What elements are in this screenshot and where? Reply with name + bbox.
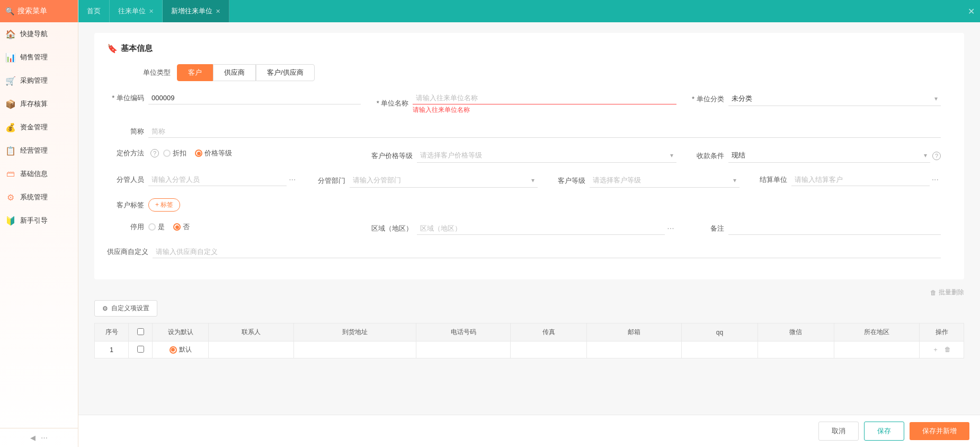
row-contact[interactable]	[209, 341, 294, 358]
col-wechat: 微信	[758, 323, 834, 341]
customer-price-level-select[interactable]: 请选择客户价格等级 ▾	[417, 148, 676, 163]
customer-level-select[interactable]: 请选择客户等级 ▾	[590, 173, 739, 188]
unit-category-select[interactable]: 未分类 ▾	[728, 92, 941, 106]
disabled-yes-option[interactable]: 是	[148, 222, 165, 232]
type-btn-customer[interactable]: 客户	[177, 64, 213, 81]
row-checkbox[interactable]	[129, 341, 153, 358]
sidebar-item-purchase[interactable]: 🛒 采购管理	[0, 69, 78, 92]
sidebar-item-quick-nav[interactable]: 🏠 快捷导航	[0, 22, 78, 46]
region-row-input[interactable]	[856, 346, 898, 354]
sidebar-more-icon[interactable]: ⋯	[41, 434, 48, 442]
short-name-field: 简称	[107, 125, 941, 138]
batch-delete-btn[interactable]: 🗑 批量删除	[94, 288, 964, 297]
payment-terms-value: 现结	[732, 151, 745, 160]
row-phone[interactable]	[416, 341, 511, 358]
save-new-button[interactable]: 保存并新增	[910, 422, 969, 440]
payment-terms-select[interactable]: 现结 ▾	[728, 148, 930, 163]
fax-input[interactable]	[530, 346, 567, 354]
cancel-button[interactable]: 取消	[818, 422, 859, 441]
unit-category-field: * 单位分类 未分类 ▾	[687, 92, 941, 106]
save-button[interactable]: 保存	[864, 422, 904, 441]
row-email[interactable]	[587, 341, 682, 358]
pricing-help-icon[interactable]: ?	[150, 149, 159, 157]
add-tag-button[interactable]: + 标签	[148, 198, 180, 212]
sidebar-item-guide[interactable]: 🔰 新手引导	[0, 209, 78, 232]
chevron-down-icon: ▾	[934, 95, 938, 102]
email-input[interactable]	[610, 346, 658, 354]
qq-input[interactable]	[701, 346, 738, 354]
sidebar-item-sales[interactable]: 📊 销售管理	[0, 46, 78, 69]
sidebar-item-label: 销售管理	[20, 52, 48, 62]
unit-name-field: * 单位名称 请输入往来单位名称	[371, 92, 676, 115]
payment-help-icon[interactable]: ?	[932, 152, 941, 160]
row-default-radio-label[interactable]: 默认	[156, 345, 205, 354]
disabled-no-option[interactable]: 否	[173, 222, 190, 232]
sidebar-item-finance[interactable]: 💰 资金管理	[0, 116, 78, 139]
form-row-4: 分管人员 ··· 分管部门 请输入分管部门 ▾ 客户等级 请选择客户等级 ▾	[107, 173, 951, 190]
row-fax[interactable]	[511, 341, 587, 358]
close-all-tabs[interactable]: ✕	[968, 6, 975, 16]
row-delete-icon[interactable]: 🗑	[945, 346, 951, 353]
basic-info-card: 🔖 基本信息 单位类型 客户 供应商 客户/供应商 * 单位编码 * 单位名称	[94, 33, 964, 279]
select-all-checkbox[interactable]	[137, 328, 144, 335]
unit-code-input[interactable]	[148, 92, 361, 104]
pricing-discount-label: 折扣	[173, 148, 186, 158]
pricing-discount-option[interactable]: 折扣	[163, 148, 186, 158]
tab-partner[interactable]: 往来单位 ✕	[110, 0, 163, 22]
unit-name-input[interactable]	[413, 92, 676, 104]
region-field: 区域（地区） ···	[371, 222, 676, 235]
table-section: 🗑 批量删除 ⚙ 自定义项设置 序号 设为默认 联系人 到货地址 电话号码 传真	[94, 288, 964, 358]
tab-new-partner-close[interactable]: ✕	[216, 8, 220, 15]
row-select-checkbox[interactable]	[137, 346, 144, 353]
wechat-input[interactable]	[777, 346, 814, 354]
disabled-field: 停用 是 否	[107, 222, 361, 232]
short-name-input[interactable]	[148, 125, 941, 138]
tab-home[interactable]: 首页	[78, 0, 110, 22]
tab-partner-close[interactable]: ✕	[149, 8, 154, 15]
department-select[interactable]: 请输入分管部门 ▾	[350, 173, 538, 188]
settlement-input[interactable]	[791, 173, 930, 186]
col-phone: 电话号码	[416, 323, 511, 341]
row-wechat[interactable]	[758, 341, 834, 358]
contact-input[interactable]	[230, 346, 272, 354]
region-label: 区域（地区）	[371, 224, 413, 233]
section-icon: 🔖	[107, 43, 118, 54]
address-input[interactable]	[323, 346, 387, 354]
phone-input[interactable]	[440, 346, 487, 354]
sidebar-item-inventory[interactable]: 📦 库存核算	[0, 92, 78, 116]
guide-icon: 🔰	[5, 215, 16, 226]
settlement-more-icon[interactable]: ···	[930, 175, 941, 185]
unit-name-error: 请输入往来单位名称	[413, 106, 676, 115]
row-add-icon[interactable]: ＋	[932, 346, 939, 353]
pricing-level-label: 价格等级	[204, 148, 232, 158]
manager-input[interactable]	[148, 173, 287, 186]
region-more-icon[interactable]: ···	[665, 224, 676, 233]
sidebar-item-label: 新手引导	[20, 216, 48, 225]
sidebar-item-system[interactable]: ⚙ 系统管理	[0, 186, 78, 209]
search-menu-button[interactable]: 🔍 搜索菜单	[0, 0, 78, 22]
type-btn-supplier[interactable]: 供应商	[213, 64, 256, 81]
pricing-level-option[interactable]: 价格等级	[195, 148, 232, 158]
row-region[interactable]	[834, 341, 919, 358]
row-default[interactable]: 默认	[153, 341, 209, 358]
tag-field: 客户标签 + 标签	[107, 198, 941, 212]
col-contact: 联系人	[209, 323, 294, 341]
sidebar-bottom: ◀ ⋯	[0, 428, 78, 447]
tab-new-partner[interactable]: 新增往来单位 ✕	[163, 0, 229, 22]
remark-input[interactable]	[728, 222, 941, 235]
row-qq[interactable]	[682, 341, 758, 358]
form-row-2: 简称	[107, 125, 951, 140]
box-icon: 📦	[5, 99, 16, 109]
sidebar-item-basic-info[interactable]: 🗃 基础信息	[0, 162, 78, 186]
sidebar-item-operations[interactable]: 📋 经营管理	[0, 139, 78, 162]
supplier-custom-label: 供应商自定义	[107, 247, 148, 257]
sidebar-expand-icon[interactable]: ◀	[30, 434, 35, 442]
region-input[interactable]	[417, 222, 665, 235]
supplier-custom-input[interactable]	[153, 246, 941, 258]
type-btn-both[interactable]: 客户/供应商	[256, 64, 315, 81]
department-label: 分管部门	[308, 176, 345, 186]
remark-label: 备注	[687, 224, 724, 233]
custom-settings-button[interactable]: ⚙ 自定义项设置	[94, 300, 157, 317]
manager-more-icon[interactable]: ···	[287, 175, 298, 185]
row-address[interactable]	[294, 341, 416, 358]
